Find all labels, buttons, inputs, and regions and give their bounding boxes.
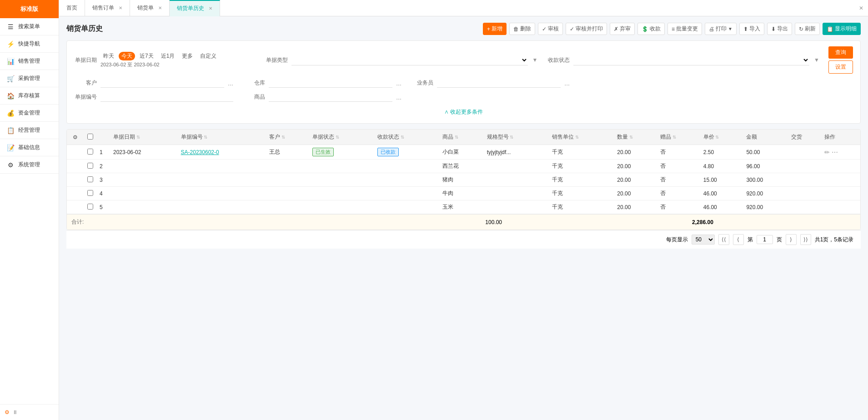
- payment-status-select[interactable]: [573, 55, 810, 65]
- customer-ellipsis[interactable]: ...: [228, 80, 233, 87]
- payment-status-badge: 已收款: [377, 148, 399, 156]
- doc-no-link[interactable]: SA-20230602-0: [181, 149, 219, 155]
- th-spec[interactable]: 规格型号: [484, 130, 549, 145]
- first-page-btn[interactable]: ⟨⟨: [718, 234, 729, 245]
- row-unit: 千克: [549, 173, 614, 187]
- row-checkbox-cell[interactable]: [83, 173, 97, 187]
- export-button[interactable]: ⬇ 导出: [767, 23, 792, 35]
- customer-input[interactable]: [100, 78, 224, 88]
- sidebar-item-finance-mgmt[interactable]: 💰 资金管理: [0, 105, 59, 122]
- warehouse-ellipsis[interactable]: ...: [396, 80, 401, 87]
- select-all-checkbox[interactable]: [87, 134, 93, 140]
- row-payment-status: [375, 160, 440, 173]
- collapse-button[interactable]: ∧ 收起更多条件: [74, 106, 853, 118]
- audit-button[interactable]: ✓ 审核: [538, 23, 563, 35]
- date-tag-today[interactable]: 今天: [119, 52, 135, 60]
- filter-warehouse-field: 仓库 ...: [242, 78, 401, 88]
- salesperson-input[interactable]: [437, 78, 561, 88]
- sidebar-bottom-icon1[interactable]: ⚙: [5, 409, 10, 415]
- row-spec: tyjyjtyjdf...: [484, 145, 549, 160]
- date-tag-custom[interactable]: 自定义: [197, 52, 219, 60]
- prev-page-btn[interactable]: ⟨: [733, 234, 744, 245]
- salesperson-ellipsis[interactable]: ...: [564, 80, 570, 87]
- refresh-button[interactable]: ↻ 刷新: [795, 23, 820, 35]
- more-icon[interactable]: ⋯: [832, 149, 838, 156]
- product-ellipsis[interactable]: ...: [396, 94, 401, 101]
- per-page-select[interactable]: 50 100: [692, 235, 715, 245]
- th-product[interactable]: 商品: [440, 130, 484, 145]
- th-unit[interactable]: 销售单位: [549, 130, 614, 145]
- th-payment-status[interactable]: 收款状态: [375, 130, 440, 145]
- row-checkbox-cell[interactable]: [83, 187, 97, 200]
- sidebar-item-label: 采购管理: [18, 75, 40, 82]
- date-label: 单据日期: [74, 56, 97, 64]
- row-checkbox-cell[interactable]: [83, 145, 97, 160]
- import-button[interactable]: ⬆ 导入: [739, 23, 764, 35]
- next-page-btn[interactable]: ⟩: [786, 234, 797, 245]
- table-row: 1 2023-06-02 SA-20230602-0 王总 已生效 已收款 小白…: [67, 145, 860, 160]
- page-number-input[interactable]: [757, 235, 773, 244]
- row-unit: 千克: [549, 160, 614, 173]
- doc-type-select[interactable]: [291, 55, 528, 65]
- row-action: ✏ ⋯: [822, 145, 860, 160]
- row-checkbox[interactable]: [87, 204, 93, 210]
- delete-button[interactable]: 🗑 删除: [509, 23, 535, 35]
- abandon-button[interactable]: ✗ 弃审: [610, 23, 635, 35]
- tab-sales-history[interactable]: 销货单历史 ✕: [170, 0, 220, 16]
- sidebar-item-purchase-mgmt[interactable]: 🛒 采购管理: [0, 70, 59, 87]
- sidebar-item-inventory[interactable]: 🏠 库存核算: [0, 87, 59, 105]
- th-quantity[interactable]: 数量: [614, 130, 657, 145]
- sidebar-bottom-icon2[interactable]: ⏸: [12, 409, 18, 415]
- th-doc-status[interactable]: 单据状态: [310, 130, 375, 145]
- batch-change-button[interactable]: ≡ 批量变更: [667, 23, 702, 35]
- th-doc-no[interactable]: 单据编号: [178, 130, 267, 145]
- tab-sales-order-close[interactable]: ✕: [119, 5, 122, 10]
- edit-icon[interactable]: ✏: [824, 149, 830, 156]
- row-checkbox-cell[interactable]: [83, 200, 97, 214]
- print-button[interactable]: 🖨 打印 ▼: [705, 23, 737, 35]
- tab-sales-history-close[interactable]: ✕: [209, 6, 212, 11]
- audit-print-button[interactable]: ✓ 审核并打印: [566, 23, 607, 35]
- row-doc-no[interactable]: SA-20230602-0: [178, 145, 267, 160]
- warehouse-input[interactable]: [269, 78, 392, 88]
- date-tag-1month[interactable]: 近1月: [158, 52, 178, 60]
- new-button[interactable]: + 新增: [483, 23, 507, 35]
- th-gift[interactable]: 赠品: [657, 130, 701, 145]
- tab-sales-goods-close[interactable]: ✕: [158, 5, 162, 10]
- row-checkbox[interactable]: [87, 163, 93, 169]
- receive-button[interactable]: 💲 收款: [637, 23, 665, 35]
- tab-home[interactable]: 首页: [59, 0, 85, 16]
- filter-row-1: 单据日期 昨天 今天 近7天 近1月 更多 自定义 2023-06-02 至 2…: [74, 46, 853, 74]
- window-close-btn[interactable]: ✕: [854, 5, 868, 11]
- date-tag-more[interactable]: 更多: [179, 52, 196, 60]
- date-tag-7days[interactable]: 近7天: [137, 52, 156, 60]
- last-page-btn[interactable]: ⟩⟩: [800, 234, 811, 245]
- show-detail-button[interactable]: 📋 显示明细: [823, 23, 861, 35]
- doc-no-input[interactable]: [100, 92, 233, 102]
- sidebar-item-sales-mgmt[interactable]: 📊 销售管理: [0, 53, 59, 70]
- sidebar-item-operations-mgmt[interactable]: 📋 经营管理: [0, 122, 59, 139]
- row-gift: 否: [657, 187, 701, 200]
- sidebar-item-basic-info[interactable]: 📝 基础信息: [0, 139, 59, 156]
- th-customer[interactable]: 客户: [266, 130, 310, 145]
- customer-label: 客户: [74, 79, 97, 87]
- row-checkbox[interactable]: [87, 190, 93, 196]
- th-checkbox[interactable]: [83, 130, 97, 145]
- receive-icon: 💲: [642, 26, 648, 32]
- settings-button[interactable]: 设置: [828, 60, 853, 74]
- row-unit: 千克: [549, 200, 614, 214]
- query-button[interactable]: 查询: [828, 46, 853, 59]
- row-checkbox-cell[interactable]: [83, 160, 97, 173]
- date-tag-yesterday[interactable]: 昨天: [100, 52, 117, 60]
- th-doc-date[interactable]: 单据日期: [110, 130, 178, 145]
- th-settings[interactable]: ⚙: [67, 130, 83, 145]
- th-unit-price[interactable]: 单价: [701, 130, 744, 145]
- sidebar-item-search-menu[interactable]: ☰ 搜索菜单: [0, 18, 59, 35]
- product-input[interactable]: [269, 92, 392, 102]
- sidebar-item-sys-mgmt[interactable]: ⚙ 系统管理: [0, 156, 59, 174]
- tab-sales-order[interactable]: 销售订单 ✕: [85, 0, 130, 16]
- tab-sales-goods[interactable]: 销货单 ✕: [130, 0, 170, 16]
- sidebar-item-quick-nav[interactable]: ⚡ 快捷导航: [0, 35, 59, 53]
- row-checkbox[interactable]: [87, 149, 93, 155]
- row-checkbox[interactable]: [87, 176, 93, 182]
